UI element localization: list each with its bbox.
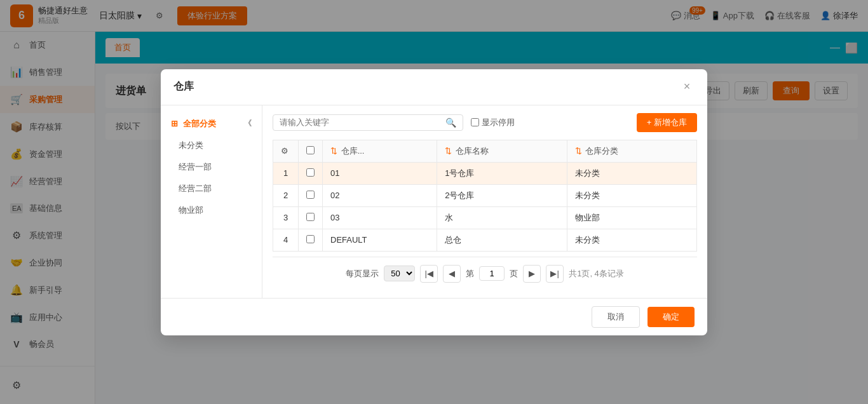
row-checkbox-2[interactable] (306, 191, 315, 199)
row-num-4: 4 (273, 229, 299, 251)
row-name-4: 总仓 (437, 229, 567, 251)
col-name: ⇅ 仓库名称 (437, 140, 567, 162)
total-info: 共1页, 4条记录 (569, 268, 624, 279)
per-page-label: 每页显示 (346, 268, 379, 279)
row-category-1: 未分类 (567, 162, 696, 184)
sort-code-icon: ⇅ (330, 146, 337, 156)
search-icon[interactable]: 🔍 (445, 118, 456, 128)
cancel-button[interactable]: 取消 (592, 306, 640, 328)
modal-header: 仓库 × (161, 69, 707, 105)
row-code-2: 02 (323, 184, 437, 206)
show-disabled-checkbox[interactable] (471, 118, 479, 126)
table-header: ⚙ ⇅ 仓库... ⇅ (273, 140, 697, 162)
col-name-label: 仓库名称 (456, 146, 489, 156)
row-check-3 (299, 206, 323, 229)
table-header-row: ⚙ ⇅ 仓库... ⇅ (273, 140, 697, 162)
warehouse-modal: 仓库 × ⊞ 全部分类 《 未分类 经营一部 经营二部 物业部 (161, 69, 707, 335)
table-body: 1 01 1号仓库 未分类 2 02 2号仓库 (273, 162, 697, 251)
modal-close-button[interactable]: × (679, 79, 695, 95)
pagination: 每页显示 50 |◀ ◀ 第 页 ▶ ▶| 共1页, 4条记录 (273, 257, 697, 290)
page-label: 第 (466, 268, 474, 279)
category-item-2[interactable]: 经营二部 (161, 178, 262, 199)
row-name-3: 水 (437, 206, 567, 229)
search-box: 🔍 (273, 114, 463, 131)
col-settings-icon: ⚙ (281, 146, 288, 156)
row-category-2: 未分类 (567, 184, 696, 206)
category-all-label: 全部分类 (183, 118, 216, 130)
row-num-1: 1 (273, 162, 299, 184)
col-category-label: 仓库分类 (585, 146, 618, 156)
row-check-4 (299, 229, 323, 251)
table-toolbar: 🔍 显示停用 + 新增仓库 (273, 113, 697, 132)
show-disabled-label: 显示停用 (471, 117, 515, 128)
table-container: ⚙ ⇅ 仓库... ⇅ (273, 140, 697, 252)
col-checkbox (299, 140, 323, 162)
row-code-3: 03 (323, 206, 437, 229)
modal-overlay: 仓库 × ⊞ 全部分类 《 未分类 经营一部 经营二部 物业部 (0, 0, 868, 404)
new-warehouse-button[interactable]: + 新增仓库 (637, 113, 697, 132)
row-checkbox-3[interactable] (306, 213, 315, 221)
table-row[interactable]: 1 01 1号仓库 未分类 (273, 162, 697, 184)
row-check-1 (299, 162, 323, 184)
per-page-select[interactable]: 50 (384, 266, 415, 281)
row-code-1: 01 (323, 162, 437, 184)
modal-title: 仓库 (173, 80, 194, 93)
category-grid-icon: ⊞ (171, 119, 178, 128)
col-code-label: 仓库... (341, 146, 365, 156)
sort-category-icon: ⇅ (575, 146, 582, 156)
modal-footer: 取消 确定 (161, 298, 707, 335)
row-num-2: 2 (273, 184, 299, 206)
prev-page-button[interactable]: ◀ (443, 265, 461, 283)
select-all-checkbox[interactable] (306, 146, 315, 154)
row-name-2: 2号仓库 (437, 184, 567, 206)
table-row[interactable]: 4 DEFAULT 总仓 未分类 (273, 229, 697, 251)
last-page-button[interactable]: ▶| (546, 265, 564, 283)
row-category-3: 物业部 (567, 206, 696, 229)
row-check-2 (299, 184, 323, 206)
category-all[interactable]: ⊞ 全部分类 《 (161, 113, 262, 135)
warehouse-table: ⚙ ⇅ 仓库... ⇅ (273, 140, 697, 252)
sort-name-icon: ⇅ (445, 146, 452, 156)
modal-body: ⊞ 全部分类 《 未分类 经营一部 经营二部 物业部 🔍 (161, 105, 707, 298)
col-code: ⇅ 仓库... (323, 140, 437, 162)
row-category-4: 未分类 (567, 229, 696, 251)
confirm-button[interactable]: 确定 (648, 307, 695, 327)
col-category: ⇅ 仓库分类 (567, 140, 696, 162)
row-code-4: DEFAULT (323, 229, 437, 251)
col-settings: ⚙ (273, 140, 299, 162)
row-checkbox-4[interactable] (306, 235, 315, 243)
page-input[interactable] (479, 266, 505, 281)
row-name-1: 1号仓库 (437, 162, 567, 184)
table-row[interactable]: 3 03 水 物业部 (273, 206, 697, 229)
row-num-3: 3 (273, 206, 299, 229)
category-item-3[interactable]: 物业部 (161, 199, 262, 221)
page-unit: 页 (510, 268, 518, 279)
search-input[interactable] (280, 118, 442, 127)
first-page-button[interactable]: |◀ (420, 265, 438, 283)
collapse-icon[interactable]: 《 (244, 118, 252, 129)
table-row[interactable]: 2 02 2号仓库 未分类 (273, 184, 697, 206)
category-item-1[interactable]: 经营一部 (161, 156, 262, 178)
category-panel: ⊞ 全部分类 《 未分类 经营一部 经营二部 物业部 (161, 105, 262, 298)
next-page-button[interactable]: ▶ (523, 265, 541, 283)
row-checkbox-1[interactable] (306, 168, 315, 177)
show-disabled-text: 显示停用 (482, 117, 515, 128)
table-panel: 🔍 显示停用 + 新增仓库 ⚙ (262, 105, 707, 298)
category-item-0[interactable]: 未分类 (161, 135, 262, 156)
